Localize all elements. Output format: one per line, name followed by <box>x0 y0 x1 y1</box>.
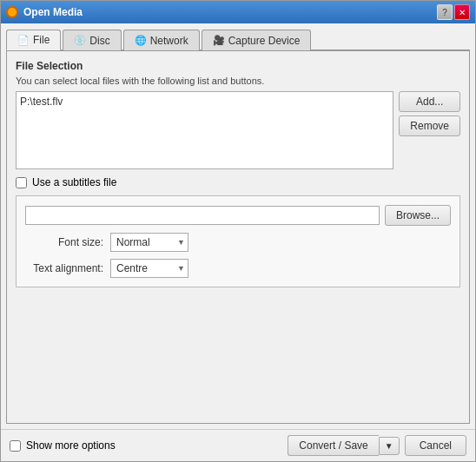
tab-disc-label: Disc <box>89 35 109 47</box>
window-title: Open Media <box>23 6 83 18</box>
spacer <box>16 294 460 414</box>
file-list-wrapper: P:\test.flv <box>16 91 393 169</box>
tab-network[interactable]: 🌐 Network <box>123 30 200 50</box>
file-section-desc: You can select local files with the foll… <box>16 76 460 86</box>
file-entry: P:\test.flv <box>20 96 389 108</box>
tab-file-label: File <box>33 34 50 46</box>
font-size-select[interactable]: Smaller Small Normal Large Larger <box>110 233 188 252</box>
convert-arrow-button[interactable]: ▼ <box>379 437 400 455</box>
tab-capture-label: Capture Device <box>228 35 301 47</box>
show-more-label[interactable]: Show more options <box>26 439 116 452</box>
main-content: 📄 File 💿 Disc 🌐 Network 🎥 Capture Device… <box>1 23 475 429</box>
disc-icon: 💿 <box>74 35 86 46</box>
text-alignment-label: Text alignment: <box>25 262 103 274</box>
tab-capture[interactable]: 🎥 Capture Device <box>202 30 312 50</box>
text-alignment-select[interactable]: Left Centre Right <box>110 259 188 278</box>
tab-disc[interactable]: 💿 Disc <box>63 30 121 50</box>
subtitle-input-row: Browse... <box>25 205 451 226</box>
file-buttons: Add... Remove <box>399 91 460 136</box>
subtitle-section: Browse... Font size: Smaller Small Norma… <box>16 195 460 287</box>
font-size-label: Font size: <box>25 236 103 248</box>
network-icon: 🌐 <box>135 35 147 46</box>
vlc-icon <box>6 6 18 18</box>
tab-bar: 📄 File 💿 Disc 🌐 Network 🎥 Capture Device <box>6 29 470 50</box>
file-tab-icon: 📄 <box>17 35 30 46</box>
title-buttons: ? ✕ <box>437 4 470 20</box>
font-size-row: Font size: Smaller Small Normal Large La… <box>25 233 451 252</box>
bottom-bar: Show more options Convert / Save ▼ Cance… <box>1 429 475 461</box>
tab-file[interactable]: 📄 File <box>6 30 61 50</box>
bottom-right: Convert / Save ▼ Cancel <box>288 435 466 456</box>
font-size-select-wrapper: Smaller Small Normal Large Larger ▼ <box>110 233 188 252</box>
add-button[interactable]: Add... <box>399 91 460 112</box>
remove-button[interactable]: Remove <box>399 116 460 136</box>
bottom-left: Show more options <box>10 439 116 452</box>
subtitle-checkbox-label[interactable]: Use a subtitles file <box>32 176 116 188</box>
subtitle-file-input[interactable] <box>25 206 380 225</box>
title-bar: Open Media ? ✕ <box>1 1 475 23</box>
file-selection-section: File Selection You can select local file… <box>16 60 460 169</box>
text-alignment-select-wrapper: Left Centre Right ▼ <box>110 259 188 278</box>
show-more-checkbox[interactable] <box>10 440 21 452</box>
convert-save-button[interactable]: Convert / Save <box>288 435 378 456</box>
close-button[interactable]: ✕ <box>454 4 470 20</box>
open-media-window: Open Media ? ✕ 📄 File 💿 Disc 🌐 Network 🎥 <box>0 0 476 462</box>
subtitle-checkbox-row: Use a subtitles file <box>16 176 460 188</box>
title-bar-left: Open Media <box>6 6 83 18</box>
text-alignment-row: Text alignment: Left Centre Right ▼ <box>25 259 451 278</box>
cancel-button[interactable]: Cancel <box>405 435 466 456</box>
subtitle-checkbox[interactable] <box>16 177 27 188</box>
convert-btn-group: Convert / Save ▼ <box>288 435 399 456</box>
help-button[interactable]: ? <box>437 4 453 20</box>
browse-button[interactable]: Browse... <box>385 205 451 226</box>
capture-icon: 🎥 <box>213 35 225 46</box>
file-panel: File Selection You can select local file… <box>6 50 470 424</box>
file-section: P:\test.flv Add... Remove <box>16 91 460 169</box>
file-section-title: File Selection <box>16 60 460 72</box>
file-list[interactable]: P:\test.flv <box>16 91 393 169</box>
tab-network-label: Network <box>150 35 188 47</box>
